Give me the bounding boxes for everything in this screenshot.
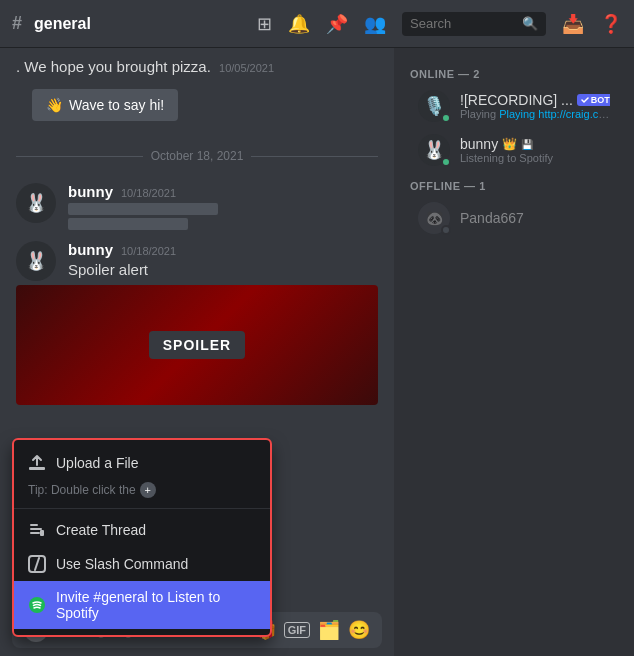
- pizza-text: . We hope you brought pizza.: [16, 58, 211, 75]
- avatar-bunny-sidebar: 🐰: [418, 134, 450, 166]
- msg-content-2: bunny 10/18/2021 Spoiler alert: [68, 241, 378, 280]
- msg-text-spoiler: Spoiler alert: [68, 260, 378, 280]
- offline-header: OFFLINE — 1: [394, 172, 634, 196]
- msg-author-1: bunny: [68, 183, 113, 200]
- ctx-slash-label: Use Slash Command: [56, 556, 188, 572]
- svg-rect-3: [30, 532, 40, 534]
- ctx-slash[interactable]: Use Slash Command: [14, 547, 270, 581]
- date-divider: October 18, 2021: [16, 149, 378, 163]
- member-info-bunny: bunny 👑 💾 Listening to Spotify: [460, 136, 610, 164]
- member-status-bunny: Listening to Spotify: [460, 152, 610, 164]
- channel-name: general: [34, 15, 91, 33]
- members-icon[interactable]: 👥: [364, 13, 386, 35]
- spoiler-image[interactable]: SPOILER: [16, 285, 378, 405]
- msg-header-2: bunny 10/18/2021: [68, 241, 378, 258]
- top-bar: # general ⊞ 🔔 📌 👥 🔍 📥 ❓: [0, 0, 634, 48]
- right-sidebar: ONLINE — 2 🎙️ ![RECORDING] ... BOT Playi…: [394, 48, 634, 656]
- member-name-panda: Panda667: [460, 210, 610, 226]
- status-dot-recording: [441, 113, 451, 123]
- ctx-upload[interactable]: Upload a File: [14, 446, 270, 480]
- ctx-plus-icon: +: [140, 482, 156, 498]
- svg-rect-0: [29, 467, 45, 470]
- hash-icon: #: [12, 13, 22, 34]
- search-icon: 🔍: [522, 16, 538, 31]
- ctx-divider-1: [14, 508, 270, 509]
- member-info-recording: ![RECORDING] ... BOT Playing Playing htt…: [460, 92, 610, 120]
- ctx-tip-text: Tip: Double click the: [28, 483, 136, 497]
- msg-content-1: bunny 10/18/2021: [68, 183, 378, 233]
- ctx-tip: Tip: Double click the +: [14, 480, 270, 504]
- divider-line-right: [251, 156, 378, 157]
- message-group-2: 🐰 bunny 10/18/2021 Spoiler alert: [0, 237, 394, 285]
- member-name-bunny: bunny 👑 💾: [460, 136, 610, 152]
- top-bar-icons: ⊞ 🔔 📌 👥 🔍 📥 ❓: [257, 12, 622, 36]
- status-dot-panda: [441, 225, 451, 235]
- msg-header-1: bunny 10/18/2021: [68, 183, 378, 200]
- ctx-thread[interactable]: Create Thread: [14, 513, 270, 547]
- avatar-bunny-2: 🐰: [16, 241, 56, 281]
- search-bar[interactable]: 🔍: [402, 12, 546, 36]
- sticker-icon[interactable]: 🗂️: [318, 619, 340, 641]
- bell-icon[interactable]: 🔔: [288, 13, 310, 35]
- pizza-message: . We hope you brought pizza. 10/05/2021: [0, 56, 394, 77]
- ctx-thread-label: Create Thread: [56, 522, 146, 538]
- member-name-recording: ![RECORDING] ... BOT: [460, 92, 610, 108]
- help-icon[interactable]: ❓: [600, 13, 622, 35]
- pin-icon[interactable]: 📌: [326, 13, 348, 35]
- avatar-panda: 🐼: [418, 202, 450, 234]
- ctx-plus-label: +: [144, 484, 150, 496]
- bot-badge: BOT: [577, 94, 610, 106]
- wave-button[interactable]: 👋 Wave to say hi!: [32, 89, 178, 121]
- status-dot-bunny: [441, 157, 451, 167]
- gif-icon[interactable]: GIF: [284, 622, 310, 638]
- wave-label: Wave to say hi!: [69, 97, 164, 113]
- msg-ts-2: 10/18/2021: [121, 245, 176, 257]
- wave-emoji: 👋: [46, 97, 63, 113]
- svg-rect-1: [30, 524, 38, 526]
- main-layout: . We hope you brought pizza. 10/05/2021 …: [0, 48, 634, 656]
- slash-icon: [28, 555, 46, 573]
- svg-rect-2: [30, 528, 42, 530]
- spoiler-badge: SPOILER: [149, 331, 245, 359]
- avatar-bunny-1: 🐰: [16, 183, 56, 223]
- member-panda[interactable]: 🐼 Panda667: [402, 196, 626, 240]
- emoji-icon[interactable]: 😊: [348, 619, 370, 641]
- message-group-1: 🐰 bunny 10/18/2021: [0, 179, 394, 237]
- avatar-recording: 🎙️: [418, 90, 450, 122]
- svg-rect-4: [40, 530, 44, 536]
- chat-area: . We hope you brought pizza. 10/05/2021 …: [0, 48, 394, 656]
- msg-author-2: bunny: [68, 241, 113, 258]
- msg-ts-1: 10/18/2021: [121, 187, 176, 199]
- wave-area: 👋 Wave to say hi!: [0, 77, 394, 133]
- ctx-spotify[interactable]: Invite #general to Listen to Spotify: [14, 581, 270, 629]
- divider-line-left: [16, 156, 143, 157]
- upload-icon: [28, 454, 46, 472]
- search-input[interactable]: [410, 16, 516, 31]
- date-divider-text: October 18, 2021: [151, 149, 244, 163]
- crown-icon: 👑: [502, 137, 517, 151]
- online-header: ONLINE — 2: [394, 60, 634, 84]
- inbox-icon[interactable]: 📥: [562, 13, 584, 35]
- member-info-panda: Panda667: [460, 210, 610, 226]
- member-status-recording: Playing Playing http://craig.chat: [460, 108, 610, 120]
- member-bunny[interactable]: 🐰 bunny 👑 💾 Listening to Spotify: [402, 128, 626, 172]
- context-menu: Upload a File Tip: Double click the +: [12, 438, 272, 637]
- member-recording[interactable]: 🎙️ ![RECORDING] ... BOT Playing Playing …: [402, 84, 626, 128]
- msg-line-2: [68, 218, 188, 230]
- msg-line-1: [68, 203, 218, 215]
- ctx-spotify-label: Invite #general to Listen to Spotify: [56, 589, 256, 621]
- ctx-upload-label: Upload a File: [56, 455, 139, 471]
- threads-icon[interactable]: ⊞: [257, 13, 272, 35]
- spotify-icon: [28, 596, 46, 614]
- pizza-timestamp: 10/05/2021: [219, 62, 274, 74]
- thread-icon: [28, 521, 46, 539]
- disk-icon: 💾: [521, 139, 533, 150]
